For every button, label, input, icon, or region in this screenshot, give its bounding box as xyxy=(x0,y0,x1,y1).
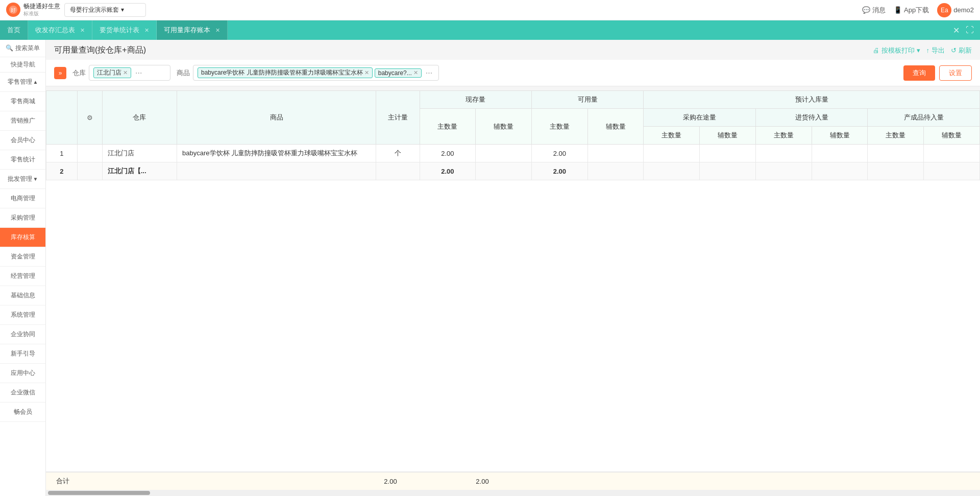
sidebar-item-enterprise-collab[interactable]: 企业协同 xyxy=(0,325,45,344)
sidebar-item-purchase-mgmt[interactable]: 采购管理 xyxy=(0,208,45,228)
sidebar-item-wholesale-mgmt[interactable]: 批发管理 ▼ xyxy=(0,170,45,189)
filter-toggle-btn[interactable]: » xyxy=(54,67,66,79)
tab-order-stats[interactable]: 要货单统计表 ✕ xyxy=(92,20,157,40)
warehouse-more-icon[interactable]: ··· xyxy=(133,68,144,78)
product-tag2-close[interactable]: ✕ xyxy=(413,69,418,76)
tab-receipt-summary-close[interactable]: ✕ xyxy=(80,27,85,34)
avatar: Ea xyxy=(937,3,951,17)
cell-current-aux xyxy=(476,145,532,162)
sidebar-quick-nav[interactable]: 快捷导航 xyxy=(0,57,45,73)
filter-group-product: 商品 babycare学饮杯 儿童防摔防撞吸管杯重力球吸嘴杯宝宝水杯 ✕ bab… xyxy=(177,65,439,81)
logo-area: 好 畅捷通好生意 标准版 xyxy=(6,3,60,17)
tab-expand[interactable]: ⛶ xyxy=(964,26,976,35)
tab-receipt-summary[interactable]: 收发存汇总表 ✕ xyxy=(28,20,92,40)
cell-current-aux xyxy=(476,162,532,180)
tab-available-stock-close[interactable]: ✕ xyxy=(215,27,220,34)
wholesale-mgmt-arrow-icon: ▼ xyxy=(33,176,38,182)
sidebar-item-retail-stats[interactable]: 零售统计 xyxy=(0,150,45,170)
cell-inbound-pending-aux xyxy=(812,145,868,162)
warehouse-tag-close[interactable]: ✕ xyxy=(123,69,128,76)
cell-purchase-transit-aux xyxy=(700,145,756,162)
sidebar-item-marketing[interactable]: 营销推广 xyxy=(0,111,45,131)
sidebar-item-vip-member[interactable]: 畅会员 xyxy=(0,403,45,422)
sidebar-item-retail-stats-label: 零售统计 xyxy=(11,156,35,163)
th-rownum xyxy=(46,91,78,145)
sidebar-item-marketing-label: 营销推广 xyxy=(11,117,35,124)
sidebar-item-retail-mgmt[interactable]: 零售管理 ▲ xyxy=(0,73,45,92)
export-btn[interactable]: ↑ 导出 xyxy=(926,46,945,55)
cell-available-aux xyxy=(587,145,644,162)
sidebar-item-enterprise-wechat[interactable]: 企业微信 xyxy=(0,383,45,403)
cell-gear xyxy=(77,162,102,180)
user-name: demo2 xyxy=(953,6,974,14)
cell-available-main: 2.00 xyxy=(532,145,588,162)
table-area: ⚙ 仓库 商品 主计量 现存量 可用量 预计入库量 主数量 辅数量 主数量 辅数… xyxy=(46,90,980,471)
org-selector[interactable]: 母婴行业演示账套 ▾ xyxy=(64,3,146,17)
th-gear[interactable]: ⚙ xyxy=(77,91,102,145)
filter-actions: 查询 设置 xyxy=(903,65,972,81)
sidebar-item-app-center[interactable]: 应用中心 xyxy=(0,364,45,383)
sidebar-item-ecommerce-mgmt[interactable]: 电商管理 xyxy=(0,189,45,208)
product-more-icon[interactable]: ··· xyxy=(424,68,434,78)
query-button[interactable]: 查询 xyxy=(903,65,935,81)
cell-available-main: 2.00 xyxy=(532,162,588,180)
tab-available-stock[interactable]: 可用量库存账本 ✕ xyxy=(157,20,228,40)
th-available-aux-qty: 辅数量 xyxy=(587,109,644,145)
template-print-arrow-icon: ▾ xyxy=(917,46,920,54)
th-product: 商品 xyxy=(177,91,376,145)
table-row: 2 江北门店【... 2.00 2.00 xyxy=(46,162,980,180)
sidebar-search[interactable]: 🔍 搜索菜单 xyxy=(0,40,45,57)
th-warehouse: 仓库 xyxy=(102,91,177,145)
sidebar: 🔍 搜索菜单 快捷导航 零售管理 ▲ 零售商城 营销推广 会员中心 零售统计 批… xyxy=(0,40,46,496)
product-tag2: babycare?... ✕ xyxy=(375,68,422,78)
sidebar-item-ops-mgmt[interactable]: 经营管理 xyxy=(0,267,45,286)
logo-text: 畅捷通好生意 xyxy=(23,3,60,10)
sidebar-item-basic-info[interactable]: 基础信息 xyxy=(0,286,45,305)
th-available: 可用量 xyxy=(532,91,644,109)
top-bar-left: 好 畅捷通好生意 标准版 母婴行业演示账套 ▾ xyxy=(6,3,146,17)
template-print-btn[interactable]: 🖨 按模板打印 ▾ xyxy=(873,46,920,55)
print-icon: 🖨 xyxy=(873,46,879,54)
product-tag1-close[interactable]: ✕ xyxy=(364,69,369,76)
setting-button[interactable]: 设置 xyxy=(939,65,972,81)
search-icon: 🔍 xyxy=(6,44,13,52)
nav-tabs-right: ✕ ⛶ xyxy=(951,20,980,40)
product-tag1: babycare学饮杯 儿童防摔防撞吸管杯重力球吸嘴杯宝宝水杯 ✕ xyxy=(198,67,373,78)
th-purchase-transit-aux: 辅数量 xyxy=(700,127,756,145)
sidebar-item-retail-mall[interactable]: 零售商城 xyxy=(0,92,45,111)
sidebar-item-retail-mgmt-label: 零售管理 xyxy=(8,78,32,86)
cell-warehouse: 江北门店【... xyxy=(102,162,177,180)
scroll-bar-area[interactable] xyxy=(46,490,980,496)
tab-available-stock-label: 可用量库存账本 xyxy=(164,26,210,35)
logo-sub: 标准版 xyxy=(23,10,60,17)
app-download-btn[interactable]: 📱 App下载 xyxy=(894,6,929,15)
warehouse-input[interactable]: 江北门店 ✕ ··· xyxy=(89,65,170,81)
sidebar-item-member-center[interactable]: 会员中心 xyxy=(0,131,45,150)
warehouse-tag-text: 江北门店 xyxy=(97,68,121,77)
tab-home[interactable]: 首页 xyxy=(0,20,28,40)
cell-finished-pending-main xyxy=(868,162,924,180)
th-inbound-pending: 进货待入量 xyxy=(755,109,867,127)
warehouse-tag: 江北门店 ✕ xyxy=(93,67,131,78)
th-planned-inbound: 预计入库量 xyxy=(644,91,980,109)
sidebar-item-inventory-check[interactable]: 库存核算 xyxy=(0,228,45,247)
tab-order-stats-close[interactable]: ✕ xyxy=(144,27,149,34)
product-input[interactable]: babycare学饮杯 儿童防摔防撞吸管杯重力球吸嘴杯宝宝水杯 ✕ babyca… xyxy=(193,65,439,81)
page-title: 可用量查询(按仓库+商品) xyxy=(54,45,146,56)
sidebar-item-ecommerce-mgmt-label: 电商管理 xyxy=(11,195,35,202)
user-avatar-area[interactable]: Ea demo2 xyxy=(937,3,974,17)
sidebar-item-new-guide[interactable]: 新手引导 xyxy=(0,344,45,364)
refresh-btn[interactable]: ↺ 刷新 xyxy=(951,46,972,55)
sidebar-item-finance-mgmt[interactable]: 资金管理 xyxy=(0,247,45,267)
org-name: 母婴行业演示账套 xyxy=(70,6,119,14)
scroll-thumb[interactable] xyxy=(48,491,150,495)
th-current-stock: 现存量 xyxy=(420,91,531,109)
message-btn[interactable]: 💬 消息 xyxy=(862,6,886,15)
th-finished-pending-main: 主数量 xyxy=(868,127,924,145)
org-dropdown-icon: ▾ xyxy=(121,6,124,13)
sidebar-item-system-mgmt[interactable]: 系统管理 xyxy=(0,305,45,325)
tab-close-all[interactable]: ✕ xyxy=(951,26,962,35)
sidebar-item-enterprise-wechat-label: 企业微信 xyxy=(11,389,35,396)
message-icon: 💬 xyxy=(862,6,870,14)
cell-num: 1 xyxy=(46,145,78,162)
